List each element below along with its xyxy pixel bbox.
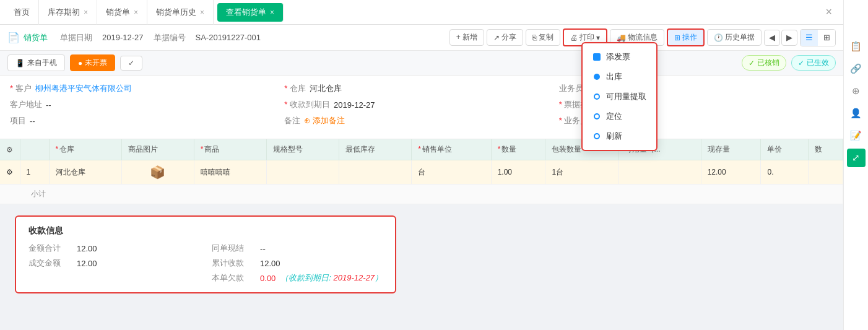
not-open-button[interactable]: ● 未开票 <box>70 54 115 71</box>
td-avail-qty <box>618 160 701 185</box>
history-icon: 🕐 <box>714 33 723 42</box>
invoice-icon: ● <box>78 59 82 67</box>
outbound-icon <box>592 72 601 81</box>
dropdown-outbound[interactable]: 出库 <box>583 67 656 87</box>
check-icon: ✓ <box>128 59 134 67</box>
form-area: 客户 柳州粤港平安气体有限公司 仓库 河北仓库 业务员 演示账号 客户地址 --… <box>0 76 843 139</box>
next-arrow[interactable]: ▶ <box>781 30 797 46</box>
transaction-value: 12.00 <box>77 259 97 268</box>
td-qty: 1.00 <box>491 160 545 185</box>
sidebar-link-icon[interactable]: 🔗 <box>847 59 866 78</box>
document-type-label: 销货单 <box>24 32 48 43</box>
right-sidebar: 📋 🔗 ⊕ 👤 📝 ⤢ <box>843 0 868 305</box>
same-settle-label: 同单现结 <box>212 243 255 254</box>
td-more <box>808 160 843 185</box>
balance-label: 本单欠款 <box>212 272 255 284</box>
address-value: -- <box>46 100 51 110</box>
window-close-button[interactable]: × <box>819 6 838 19</box>
td-current-qty: 12.00 <box>701 160 761 185</box>
cumulative-value: 12.00 <box>260 259 280 268</box>
status-badges: ✓ 已核销 ✓ 已生效 <box>742 55 836 71</box>
sidebar-user-icon[interactable]: 👤 <box>847 104 866 123</box>
number-value: SA-20191227-001 <box>196 33 261 42</box>
tab-view-sales[interactable]: 查看销货单 × <box>217 3 284 22</box>
td-spec <box>266 160 339 185</box>
copy-icon: ⎘ <box>532 33 537 42</box>
date-label: 单据日期 <box>60 32 92 43</box>
address-label: 客户地址 <box>10 99 42 110</box>
th-product: *商品 <box>194 139 266 160</box>
warehouse-value: 河北仓库 <box>310 83 342 94</box>
note-label: 备注 <box>284 115 300 126</box>
subtotal-row: 小计 <box>0 185 843 204</box>
customer-value[interactable]: 柳州粤港平安气体有限公司 <box>35 83 132 94</box>
prev-arrow[interactable]: ◀ <box>764 30 780 46</box>
truck-icon: 🚚 <box>617 33 626 42</box>
list-view-btn[interactable]: ☰ <box>801 30 818 46</box>
operation-button[interactable]: ⊞ 操作 <box>667 28 705 46</box>
dropdown-refresh[interactable]: 刷新 <box>583 126 656 146</box>
close-tab-inventory[interactable]: × <box>84 8 88 17</box>
sidebar-note-icon[interactable]: 📝 <box>847 126 866 145</box>
th-min-stock: 最低库存 <box>339 139 412 160</box>
th-sales-unit: *销售单位 <box>412 139 491 160</box>
transaction-row: 成交金额 12.00 <box>28 258 199 269</box>
dropdown-add-invoice[interactable]: 添发票 <box>583 47 656 67</box>
effective-badge: ✓ 已生效 <box>791 55 836 71</box>
dropdown-available-qty[interactable]: 可用量提取 <box>583 87 656 106</box>
date-value: 2019-12-27 <box>102 33 144 42</box>
td-product: 嘻嘻嘻嘻 <box>194 160 266 185</box>
copy-button[interactable]: ⎘ 复制 <box>526 29 560 46</box>
same-settle-value: -- <box>260 244 266 253</box>
new-button[interactable]: + 新增 <box>449 29 484 46</box>
from-phone-button[interactable]: 📱 来自手机 <box>7 54 65 71</box>
effective-icon: ✓ <box>798 59 804 67</box>
share-icon: ↗ <box>493 33 500 42</box>
tab-sales-order[interactable]: 销货单 × <box>97 0 147 25</box>
nav-arrows: ◀ ▶ <box>764 30 797 46</box>
sidebar-expand-icon[interactable]: ⤢ <box>847 149 866 167</box>
document-meta: 单据日期 2019-12-27 单据编号 SA-20191227-001 <box>60 32 261 43</box>
document-type-icon: 📄 销货单 <box>7 32 48 43</box>
sidebar-add-icon[interactable]: ⊕ <box>847 82 866 100</box>
th-spec: 规格型号 <box>266 139 339 160</box>
phone-icon: 📱 <box>15 59 25 67</box>
payment-date-field: 收款到期日 2019-12-27 <box>284 99 558 110</box>
form-row-1: 客户 柳州粤港平安气体有限公司 仓库 河北仓库 业务员 演示账号 <box>10 83 833 94</box>
payment-title: 收款信息 <box>28 225 383 237</box>
locate-icon <box>592 112 601 121</box>
form-row-2: 客户地址 -- 收款到期日 2019-12-27 票据类型 不开票 <box>10 99 833 110</box>
warehouse-field: 仓库 河北仓库 <box>284 83 558 94</box>
tab-home[interactable]: 首页 <box>5 0 39 25</box>
close-tab-history[interactable]: × <box>200 8 204 17</box>
history-button[interactable]: 🕐 历史单据 <box>707 29 762 46</box>
table-row: ⚙ 1 河北仓库 📦 嘻嘻嘻嘻 台 1.00 1台 12.00 0. <box>0 160 843 185</box>
payment-box: 收款信息 金额合计 12.00 同单现结 -- 成交金额 12.00 累计收款 … <box>15 215 396 293</box>
cumulative-row: 累计收款 12.00 <box>212 258 383 269</box>
confirm-check-button[interactable]: ✓ <box>120 56 142 71</box>
tab-inventory-init[interactable]: 库存期初 × <box>39 0 97 25</box>
tab-sales-history[interactable]: 销货单历史 × <box>147 0 214 25</box>
td-gear[interactable]: ⚙ <box>0 160 20 185</box>
close-tab-sales[interactable]: × <box>134 8 138 17</box>
view-toggle: ☰ ⊞ <box>800 29 836 46</box>
sidebar-clipboard-icon[interactable]: 📋 <box>847 37 866 56</box>
refresh-icon <box>592 132 601 141</box>
balance-date: 2019-12-27 <box>334 273 375 282</box>
close-tab-view[interactable]: × <box>270 8 274 17</box>
dropdown-locate[interactable]: 定位 <box>583 106 656 126</box>
warehouse-label: 仓库 <box>284 83 306 94</box>
add-note-btn[interactable]: ⊕ 添加备注 <box>304 115 345 126</box>
th-image: 商品图片 <box>121 139 194 160</box>
cumulative-label: 累计收款 <box>212 258 255 269</box>
sold-badge: ✓ 已核销 <box>742 55 786 71</box>
th-gear[interactable]: ⚙ <box>0 139 20 160</box>
payment-grid: 金额合计 12.00 同单现结 -- 成交金额 12.00 累计收款 12.00 <box>28 243 383 284</box>
grid-view-btn[interactable]: ⊞ <box>818 30 835 46</box>
td-seq: 1 <box>20 160 49 185</box>
amount-label: 金额合计 <box>28 243 72 254</box>
subtotal-label: 小计 <box>0 185 843 204</box>
salesperson-label: 业务员 <box>559 83 583 94</box>
share-button[interactable]: ↗ 分享 <box>487 29 523 46</box>
print-icon: 🖨 <box>570 33 578 42</box>
